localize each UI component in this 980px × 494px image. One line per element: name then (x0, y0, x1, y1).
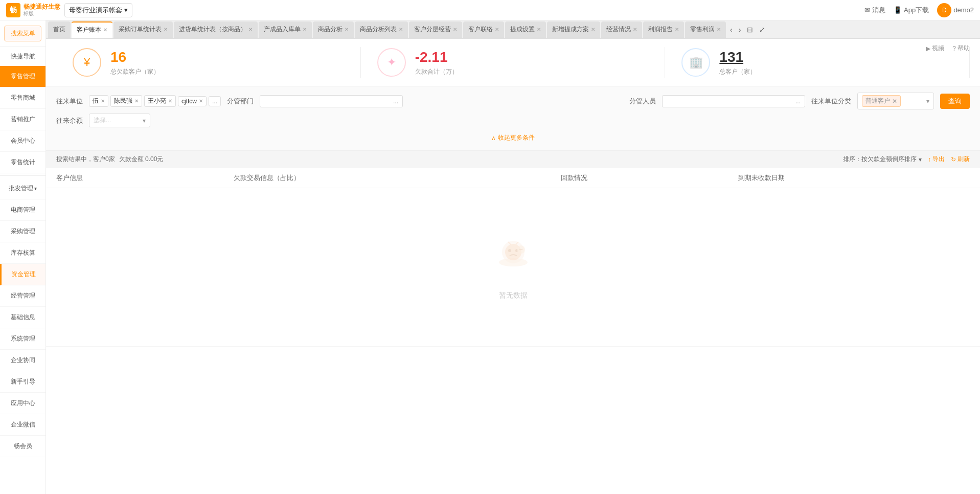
sidebar-item-ecomm[interactable]: 电商管理 (0, 199, 45, 221)
tab-retail-profit[interactable]: 零售利润 ✕ (685, 21, 726, 38)
filter-tag-cjttcw[interactable]: cjttcw ✕ (178, 96, 207, 106)
export-icon: ↑ (928, 156, 931, 163)
tag-wang-close[interactable]: ✕ (168, 98, 172, 104)
filter-more-tags[interactable]: ... (209, 96, 221, 106)
total-debt-number: -2.11 (415, 49, 458, 65)
tab-operations-status[interactable]: 经营情况 ✕ (601, 21, 642, 38)
total-debt-label: 欠款合计（万） (415, 68, 458, 76)
customers-icon-circle: ¥ (73, 48, 101, 77)
person-more-btn[interactable]: ... (795, 98, 801, 105)
tab-customer-contact[interactable]: 客户联络 ✕ (463, 21, 504, 38)
tab-customer-ledger[interactable]: 客户账本 ✕ (72, 21, 112, 38)
tab-promo-settings[interactable]: 提成设置 ✕ (505, 21, 546, 38)
star-icon: ✦ (387, 56, 396, 69)
tab-profit-report-label: 利润报告 (648, 25, 673, 34)
result-bar-left: 搜索结果中，客户0家 欠款金额 0.00元 (56, 155, 163, 164)
person-select[interactable]: ... (662, 95, 805, 107)
user-action[interactable]: D demo2 (937, 3, 974, 17)
sidebar-item-enterprise[interactable]: 企业协同 (0, 350, 45, 371)
sidebar-item-marketing[interactable]: 营销推广 (0, 109, 45, 130)
tab-home-label: 首页 (53, 25, 65, 34)
sidebar-item-basics[interactable]: 基础信息 (0, 307, 45, 328)
app-download-action[interactable]: 📱 App下载 (894, 6, 929, 15)
refresh-button[interactable]: ↻ 刷新 (951, 155, 970, 164)
message-action[interactable]: ✉ 消息 (864, 6, 885, 15)
filter-tag-chen[interactable]: 陈民强 ✕ (110, 95, 142, 107)
sort-select[interactable]: 排序：按欠款金额倒序排序 ▾ (843, 155, 922, 164)
dept-more-btn[interactable]: ... (393, 98, 398, 105)
tab-operations-status-close[interactable]: ✕ (633, 27, 637, 32)
dept-select[interactable]: ... (260, 95, 403, 107)
tab-profit-report[interactable]: 利润报告 ✕ (643, 21, 684, 38)
tab-product-analysis-list-label: 商品分析列表 (360, 25, 397, 34)
sidebar-item-purchase[interactable]: 采购管理 (0, 221, 45, 242)
filter-tag-wu[interactable]: 伍 ✕ (89, 95, 108, 107)
balance-select[interactable]: 选择... ▾ (89, 114, 150, 127)
tab-nav-next[interactable]: › (736, 26, 744, 34)
store-selector[interactable]: 母婴行业演示帐套 ▾ (64, 3, 132, 17)
tab-production-stock[interactable]: 产成品入库单 ✕ (259, 21, 312, 38)
sidebar-item-wholesale[interactable]: 批发管理 ▾ (0, 178, 45, 199)
filter-dept-area: 分管部门 ... (227, 95, 623, 107)
tab-customer-contact-close[interactable]: ✕ (495, 27, 499, 32)
summary-card-customers: ¥ 16 总欠款客户（家） (56, 47, 361, 78)
sidebar-item-inventory[interactable]: 库存核算 (0, 242, 45, 264)
tag-chen-close[interactable]: ✕ (134, 98, 139, 104)
sidebar-divider-1 (0, 175, 45, 176)
tag-wu-close[interactable]: ✕ (101, 98, 105, 104)
tab-bar: 首页 客户账本 ✕ 采购订单统计表 ✕ 进货单统计表（按商品） ✕ 产成品入库单… (46, 20, 980, 39)
help-label: 帮助 (958, 44, 970, 53)
tab-product-analysis[interactable]: 商品分析 ✕ (313, 21, 354, 38)
sidebar-item-member2[interactable]: 畅会员 (0, 436, 45, 457)
unit-class-select[interactable]: 普通客户 ✕ ▾ (857, 93, 934, 109)
play-icon: ▶ (926, 45, 930, 52)
sidebar-item-system[interactable]: 系统管理 (0, 328, 45, 350)
main-layout: 搜索菜单 快捷导航 零售管理 零售商城 营销推广 会员中心 零售统计 批发管理 … (0, 20, 980, 494)
sidebar-item-retail-stat[interactable]: 零售统计 (0, 152, 45, 173)
tab-promo-settings-close[interactable]: ✕ (537, 27, 541, 32)
export-button[interactable]: ↑ 导出 (928, 155, 945, 164)
tab-purchase-order-stats-close[interactable]: ✕ (164, 27, 168, 32)
sidebar-item-retail-mall[interactable]: 零售商城 (0, 87, 45, 109)
tab-stock-stats[interactable]: 进货单统计表（按商品） ✕ (174, 21, 258, 38)
tag-cjttcw-close[interactable]: ✕ (199, 98, 203, 104)
tab-purchase-order-stats[interactable]: 采购订单统计表 ✕ (113, 21, 173, 38)
tab-nav-prev[interactable]: ‹ (727, 26, 736, 34)
tab-production-stock-close[interactable]: ✕ (303, 27, 307, 32)
sidebar-item-quick-nav[interactable]: 快捷导航 (0, 47, 45, 66)
tab-product-analysis-list-close[interactable]: ✕ (399, 27, 403, 32)
sidebar-item-operations[interactable]: 经营管理 (0, 285, 45, 307)
tab-maximize[interactable]: ⤢ (756, 26, 768, 34)
tab-profit-report-close[interactable]: ✕ (675, 27, 679, 32)
sidebar-item-appstore[interactable]: 应用中心 (0, 393, 45, 414)
summary-row: ¥ 16 总欠款客户（家） ✦ -2 (46, 39, 980, 86)
result-bar-right: 排序：按欠款金额倒序排序 ▾ ↑ 导出 ↻ 刷新 (843, 155, 970, 164)
tab-customer-ledger-close[interactable]: ✕ (103, 27, 107, 33)
sidebar-item-guide[interactable]: 新手引导 (0, 371, 45, 393)
sidebar-item-retail-mgmt[interactable]: 零售管理 (0, 66, 45, 87)
video-action[interactable]: ▶ 视频 (926, 44, 944, 53)
sidebar-item-finance[interactable]: 资金管理 (0, 264, 45, 285)
collapse-button[interactable]: ∧ 收起更多条件 (489, 131, 537, 144)
sidebar-item-wechat[interactable]: 企业微信 (0, 414, 45, 436)
tab-nav-menu[interactable]: ⊟ (744, 26, 756, 34)
tab-retail-profit-close[interactable]: ✕ (717, 27, 721, 32)
help-action[interactable]: ? 帮助 (952, 44, 970, 53)
tab-product-analysis-list[interactable]: 商品分析列表 ✕ (355, 21, 408, 38)
tab-product-analysis-label: 商品分析 (318, 25, 343, 34)
tab-product-analysis-close[interactable]: ✕ (345, 27, 349, 32)
sidebar-item-member[interactable]: 会员中心 (0, 130, 45, 152)
debt-icon-circle: ✦ (377, 48, 406, 77)
empty-text: 暂无数据 (499, 291, 528, 300)
tab-home[interactable]: 首页 (48, 21, 71, 38)
search-menu-button[interactable]: 搜索菜单 (4, 26, 41, 41)
tab-customer-segment[interactable]: 客户分层经营 ✕ (409, 21, 462, 38)
search-button[interactable]: 查询 (940, 94, 970, 109)
tab-new-promo-close[interactable]: ✕ (591, 27, 595, 32)
unit-class-tag-close[interactable]: ✕ (892, 98, 897, 105)
tab-new-promo[interactable]: 新增提成方案 ✕ (547, 21, 600, 38)
tab-stock-stats-close[interactable]: ✕ (248, 27, 253, 32)
unit-class-arrow: ▾ (926, 98, 929, 105)
tab-customer-segment-close[interactable]: ✕ (453, 27, 457, 32)
filter-tag-wang[interactable]: 王小亮 ✕ (144, 95, 176, 107)
